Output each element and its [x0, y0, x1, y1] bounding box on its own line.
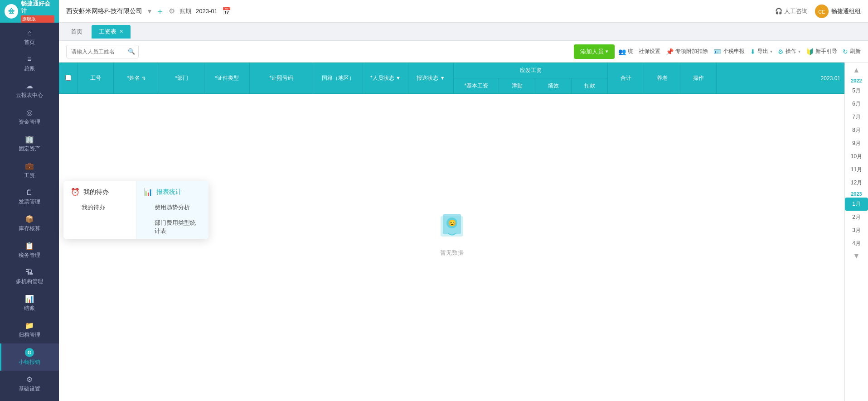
tab-home[interactable]: 首页	[63, 25, 90, 39]
sidebar-item-tax[interactable]: 📋 税务管理	[0, 237, 59, 264]
operate-label: 操作	[786, 48, 796, 55]
sidebar-item-inventory[interactable]: 📦 库存核算	[0, 210, 59, 237]
popup-cols: ⏰ 我的待办 我的待办 📊 报表统计 费用趋势分析 部门费用类型统计表	[63, 181, 209, 239]
empty-icon: 😊	[434, 207, 470, 243]
social-security-label: 统一社保设置	[628, 48, 660, 55]
sidebar-item-label: 基础设置	[19, 385, 40, 393]
invoice-icon: 🗒	[26, 188, 33, 197]
add-icon[interactable]: ＋	[156, 6, 164, 17]
operate-action[interactable]: ⚙ 操作	[778, 48, 800, 55]
month-3[interactable]: 3月	[845, 224, 868, 237]
sidebar-item-cloud-report[interactable]: ☁ 云报表中心	[0, 77, 59, 104]
top-bar-right: 🎧 人工咨询 CE 畅捷通组组	[775, 5, 861, 18]
col-check-header[interactable]	[59, 63, 78, 94]
export-label: 导出	[757, 48, 768, 55]
sidebar-item-label: 小畅报销	[19, 358, 40, 366]
new-guide-action[interactable]: 🔰 新手引导	[806, 48, 837, 55]
col-send-label: 报送状态	[417, 75, 438, 81]
username: 畅捷通组组	[831, 7, 861, 15]
month-4[interactable]: 4月	[845, 237, 868, 250]
multi-icon: 🏗	[26, 268, 33, 276]
month-2[interactable]: 2月	[845, 211, 868, 224]
sidebar-item-fixed-assets[interactable]: 🏢 固定资产	[0, 130, 59, 157]
sidebar-item-label: 工资	[24, 172, 35, 179]
settings-icon[interactable]: ⚙	[169, 7, 175, 15]
add-person-button[interactable]: 添加人员 ▾	[574, 44, 615, 59]
month-1[interactable]: 1月	[845, 198, 868, 211]
col-status-label: *人员状态	[370, 75, 394, 81]
month-11[interactable]: 11月	[845, 163, 868, 176]
headset-icon: 🎧	[775, 8, 782, 14]
col-id-header: 工号	[78, 63, 114, 94]
name-sort-icon[interactable]: ⇅	[142, 76, 145, 81]
special-add-label: 专项附加扣除	[675, 48, 708, 55]
month-7[interactable]: 7月	[845, 111, 868, 124]
col-name-header[interactable]: *姓名 ⇅	[114, 63, 159, 94]
logo-sub: 旗舰版	[21, 15, 54, 23]
home-icon: ⌂	[27, 29, 32, 37]
send-filter-icon[interactable]: ▼	[440, 75, 445, 81]
toolbar: 🔍 添加人员 ▾ 👥 统一社保设置 📌 专项附加扣除 🪪 个税申报	[59, 41, 868, 63]
user-info[interactable]: CE 畅捷通组组	[815, 5, 861, 18]
avatar-img: CE	[815, 5, 829, 18]
search-icon: 🔍	[128, 48, 135, 55]
inventory-icon: 📦	[25, 215, 34, 223]
year-display: 2023.01	[717, 63, 844, 94]
sidebar-item-label: 固定资产	[19, 145, 40, 153]
col-perf-header: 绩效	[535, 78, 572, 94]
sidebar-item-ledger[interactable]: ≡ 总账	[0, 51, 59, 77]
sidebar-item-basic[interactable]: ⚙ 基础设置	[0, 371, 59, 397]
month-5[interactable]: 5月	[845, 84, 868, 97]
refresh-action[interactable]: ↻ 刷新	[843, 48, 861, 55]
period-value: 2023-01	[196, 8, 218, 14]
sidebar-item-label: 归档管理	[19, 331, 40, 339]
sidebar-item-fund[interactable]: ◎ 资金管理	[0, 104, 59, 130]
tab-close-icon[interactable]: ✕	[119, 29, 123, 34]
month-10[interactable]: 10月	[845, 150, 868, 163]
new-guide-label: 新手引导	[815, 48, 837, 55]
payroll-group-header: 应发工资	[454, 63, 608, 78]
popup-item-todo[interactable]: 我的待办	[63, 200, 136, 215]
sidebar-item-guide[interactable]: ▶ 新手引导	[0, 397, 59, 401]
select-all-checkbox[interactable]	[65, 75, 71, 81]
tab-salary-sheet[interactable]: 工资表 ✕	[92, 25, 131, 39]
xiaochang-icon: G	[25, 348, 34, 357]
status-filter-icon[interactable]: ▼	[396, 75, 401, 81]
special-add-icon: 📌	[666, 48, 674, 55]
sidebar-item-home[interactable]: ⌂ 首页	[0, 24, 59, 51]
month-12[interactable]: 12月	[845, 176, 868, 189]
popup-menu: ⏰ 我的待办 我的待办 📊 报表统计 费用趋势分析 部门费用类型统计表	[63, 181, 209, 239]
popup-item-trend[interactable]: 费用趋势分析	[136, 200, 209, 215]
sidebar-item-multi-org[interactable]: 🏗 多机构管理	[0, 264, 59, 290]
tax-icon: 📋	[25, 242, 34, 250]
sidebar-item-label: 税务管理	[19, 251, 40, 259]
empty-text: 暂无数据	[440, 249, 464, 257]
sidebar-item-archive[interactable]: 📁 归档管理	[0, 317, 59, 343]
archive-icon: 📁	[25, 321, 34, 330]
month-9[interactable]: 9月	[845, 137, 868, 150]
consult-button[interactable]: 🎧 人工咨询	[775, 7, 808, 15]
social-security-action[interactable]: 👥 统一社保设置	[618, 48, 660, 55]
export-action[interactable]: ⬇ 导出	[750, 48, 772, 55]
month-6[interactable]: 6月	[845, 97, 868, 111]
month-prev-icon[interactable]: ▲	[851, 64, 862, 76]
month-8[interactable]: 8月	[845, 124, 868, 137]
search-wrap: 🔍	[66, 45, 139, 58]
sidebar-item-settlement[interactable]: 📊 结账	[0, 290, 59, 317]
col-status-header: *人员状态 ▼	[363, 63, 408, 94]
sidebar-item-xiaochang[interactable]: G 小畅报销	[0, 343, 59, 371]
month-next-icon[interactable]: ▼	[851, 250, 862, 262]
calendar-icon[interactable]: 📅	[222, 7, 231, 15]
tax-report-action[interactable]: 🪪 个税申报	[713, 48, 745, 55]
year-2023: 2023	[845, 189, 868, 198]
col-send-header: 报送状态 ▼	[408, 63, 454, 94]
logo-text: 畅捷通好会计	[21, 0, 54, 14]
avatar: CE	[815, 5, 829, 18]
company-dropdown-icon[interactable]: ▾	[148, 7, 151, 15]
popup-item-dept-type[interactable]: 部门费用类型统计表	[136, 215, 209, 239]
period-label: 账期	[179, 7, 191, 15]
sidebar-item-salary[interactable]: 💼 工资	[0, 157, 59, 184]
special-add-action[interactable]: 📌 专项附加扣除	[666, 48, 708, 55]
svg-text:😊: 😊	[448, 219, 456, 227]
sidebar-item-invoice[interactable]: 🗒 发票管理	[0, 184, 59, 210]
